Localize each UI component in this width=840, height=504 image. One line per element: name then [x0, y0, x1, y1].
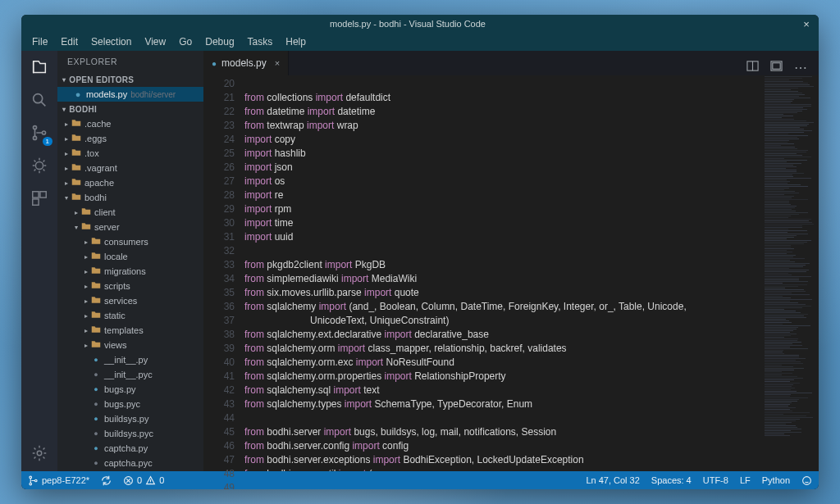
warnings-count: 0 — [159, 475, 164, 485]
folder-icon — [90, 339, 102, 351]
close-button[interactable]: × — [794, 18, 819, 30]
encoding[interactable]: UTF-8 — [703, 475, 728, 486]
folder-apache[interactable]: apache — [57, 175, 203, 190]
tab-label: models.py — [221, 57, 267, 69]
code-editor[interactable]: 2021222324252627282930313233343536373839… — [203, 75, 819, 471]
svg-rect-11 — [773, 63, 780, 70]
folder-scripts[interactable]: scripts — [57, 279, 203, 293]
cursor-position[interactable]: Ln 47, Col 32 — [586, 475, 639, 486]
file-captcha-pyc[interactable]: ●captcha.pyc — [57, 456, 203, 470]
file-bugs-pyc[interactable]: ●bugs.pyc — [57, 397, 203, 411]
more-actions-icon[interactable]: ⋯ — [794, 60, 807, 75]
editor-tab-models[interactable]: ● models.py × — [203, 51, 289, 75]
svg-rect-7 — [33, 199, 39, 205]
tree-item-label: buildsys.py — [104, 414, 148, 424]
menu-file[interactable]: File — [26, 34, 53, 49]
menu-tasks[interactable]: Tasks — [242, 34, 279, 49]
python-file-icon: ● — [212, 59, 217, 68]
split-editor-icon[interactable] — [746, 60, 759, 75]
open-editors-header[interactable]: OPEN EDITORS — [57, 72, 203, 87]
file-buildsys-py[interactable]: ●buildsys.py — [57, 411, 203, 426]
tree-item-label: services — [104, 296, 137, 306]
eol[interactable]: LF — [740, 475, 751, 486]
branch-name: pep8-E722* — [42, 475, 89, 485]
activity-bar: 1 — [21, 51, 57, 471]
problems-item[interactable]: 0 0 — [123, 475, 164, 486]
folder-icon — [90, 251, 102, 262]
folder-static[interactable]: static — [57, 308, 203, 323]
folder-icon — [71, 192, 82, 203]
tree-item-label: .cache — [84, 119, 111, 129]
settings-icon[interactable] — [30, 443, 49, 463]
folder-views[interactable]: views — [57, 338, 203, 352]
line-number-gutter: 2021222324252627282930313233343536373839… — [203, 75, 244, 471]
folder--tox[interactable]: .tox — [57, 146, 203, 161]
menu-selection[interactable]: Selection — [85, 34, 137, 49]
tree-item-label: consumers — [104, 237, 148, 247]
py-icon: ● — [90, 444, 102, 452]
tree-item-label: client — [94, 207, 116, 217]
debug-icon[interactable] — [30, 156, 49, 175]
folder-icon — [71, 133, 82, 144]
tree-item-label: static — [104, 311, 126, 320]
code-content[interactable]: from collections import defaultdictfrom … — [244, 75, 761, 471]
folder-client[interactable]: client — [57, 205, 203, 220]
tree-item-label: buildsys.pyc — [104, 429, 153, 438]
folder-icon — [90, 325, 102, 336]
folder-icon — [71, 118, 82, 129]
errors-count: 0 — [137, 475, 142, 485]
folder-locale[interactable]: locale — [57, 249, 203, 264]
folder--eggs[interactable]: .eggs — [57, 131, 203, 146]
git-branch-item[interactable]: pep8-E722* — [28, 475, 89, 486]
file-__init__-pyc[interactable]: ●__init__.pyc — [57, 367, 203, 382]
folder-icon — [71, 177, 82, 188]
file-captcha-py[interactable]: ●captcha.py — [57, 441, 203, 456]
explorer-icon[interactable] — [30, 57, 49, 77]
svg-point-12 — [30, 476, 32, 479]
file-bugs-py[interactable]: ●bugs.py — [57, 382, 203, 397]
minimap[interactable] — [761, 75, 819, 471]
menu-debug[interactable]: Debug — [199, 34, 240, 49]
open-editor-path: bodhi/server — [130, 90, 176, 99]
folder-icon — [71, 162, 82, 174]
tab-bar: ● models.py × ⋯ — [203, 51, 819, 75]
extensions-icon[interactable] — [30, 188, 49, 208]
folder-migrations[interactable]: migrations — [57, 264, 203, 279]
folder-bodhi[interactable]: bodhi — [57, 190, 203, 205]
python-file-icon: ● — [72, 89, 84, 99]
search-icon[interactable] — [30, 90, 49, 110]
open-editor-item[interactable]: ● models.py bodhi/server — [57, 87, 203, 102]
tree-item-label: migrations — [104, 266, 146, 276]
window-title: models.py - bodhi - Visual Studio Code — [21, 19, 794, 29]
folder-server[interactable]: server — [57, 220, 203, 234]
folder--vagrant[interactable]: .vagrant — [57, 161, 203, 175]
py-icon: ● — [90, 356, 102, 364]
indentation[interactable]: Spaces: 4 — [651, 475, 692, 486]
file-__init__-py[interactable]: ●__init__.py — [57, 352, 203, 367]
folder-templates[interactable]: templates — [57, 323, 203, 338]
folder-services[interactable]: services — [57, 293, 203, 308]
menu-help[interactable]: Help — [280, 34, 312, 49]
feedback-icon[interactable] — [801, 475, 812, 486]
source-control-icon[interactable]: 1 — [30, 123, 49, 143]
sidebar: EXPLORER OPEN EDITORS ● models.py bodhi/… — [57, 51, 203, 471]
folder-consumers[interactable]: consumers — [57, 234, 203, 249]
pyc-icon: ● — [90, 400, 102, 408]
svg-point-2 — [33, 136, 36, 139]
folder--cache[interactable]: .cache — [57, 116, 203, 131]
sync-item[interactable] — [101, 475, 112, 486]
editor-actions: ⋯ — [735, 60, 819, 75]
project-header[interactable]: BODHI — [57, 102, 203, 116]
file-buildsys-pyc[interactable]: ●buildsys.pyc — [57, 426, 203, 441]
titlebar[interactable]: models.py - bodhi - Visual Studio Code × — [21, 15, 819, 33]
menu-edit[interactable]: Edit — [55, 34, 84, 49]
tree-item-label: bodhi — [84, 193, 107, 202]
svg-point-0 — [34, 94, 43, 103]
menu-go[interactable]: Go — [173, 34, 198, 49]
menu-view[interactable]: View — [139, 34, 171, 49]
svg-rect-6 — [40, 192, 46, 198]
layout-icon[interactable] — [770, 60, 783, 75]
tab-close-icon[interactable]: × — [275, 58, 280, 68]
tree-item-label: __init__.pyc — [104, 370, 153, 379]
language-mode[interactable]: Python — [762, 475, 790, 486]
